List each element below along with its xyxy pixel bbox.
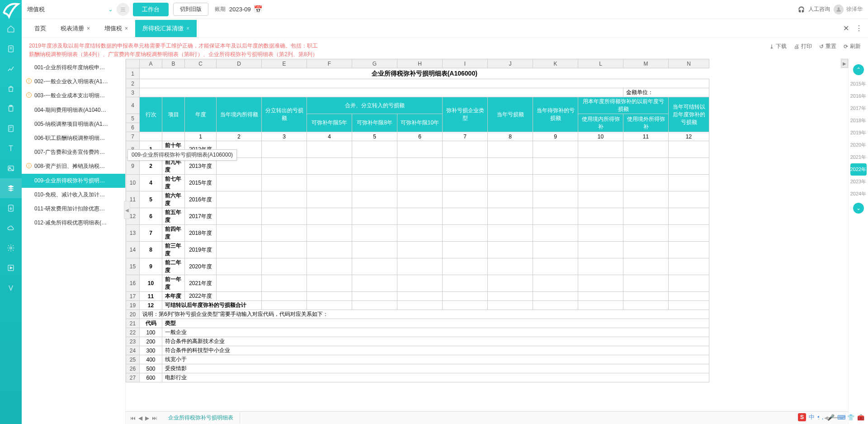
nav-cloud-icon[interactable] (0, 218, 22, 238)
year-rail: ⌃ 2015年2016年2017年2018年2019年2020年2021年202… (848, 59, 868, 424)
close-icon[interactable]: × (186, 25, 189, 32)
tab-bar: 首页税表清册×增值税×所得税汇算清缴× ✕ ⋮ (22, 19, 868, 38)
ime-logo-icon[interactable]: S (798, 413, 806, 421)
form-list: 001-企业所得税年度纳税申…!002-一般企业收入明细表(A1…!003-一般… (22, 59, 126, 424)
form-list-item[interactable]: 004-期间费用明细表(A1040… (22, 103, 125, 117)
year-button[interactable]: 2023年 (850, 176, 867, 188)
nav-clipboard-icon[interactable] (0, 99, 22, 119)
year-button[interactable]: 2016年 (850, 90, 867, 102)
svg-point-7 (10, 247, 12, 249)
year-button[interactable]: 2022年 (850, 163, 867, 176)
form-list-item[interactable]: !008-资产折旧、摊销及纳税… (22, 159, 125, 173)
nav-font-icon[interactable] (0, 138, 22, 158)
top-bar: 增值税 ⌄ 工作台 切到旧版 账期 2023-09 📅 🎧 人工咨询 徐泽华 (22, 0, 868, 19)
sheet-nav-first[interactable]: ⏮ (129, 415, 137, 421)
period-label: 账期 (215, 5, 226, 13)
sheet-nav-prev[interactable]: ◀ (137, 415, 143, 421)
ime-bar: S 中 •， 🎤 ⌨ 👕 🧰 (798, 413, 864, 421)
nav-bag-icon[interactable] (0, 79, 22, 99)
reset-icon: ↺ (819, 43, 824, 50)
form-list-item[interactable]: 009-企业所得税弥补亏损明… (22, 174, 125, 188)
print-icon: 🖨 (794, 43, 799, 50)
ime-mic-icon[interactable]: 🎤 (827, 414, 835, 421)
download-button[interactable]: ⤓下载 (769, 43, 787, 50)
nav-image-icon[interactable] (0, 158, 22, 178)
ime-skin-icon[interactable]: 👕 (847, 414, 854, 421)
list-icon[interactable] (117, 3, 129, 16)
year-up-icon[interactable]: ⌃ (853, 64, 864, 75)
tab-close-icon[interactable]: ✕ (843, 24, 849, 33)
user-menu[interactable]: 徐泽华 (834, 5, 863, 14)
period-value[interactable]: 2023-09 (229, 6, 251, 13)
svg-rect-3 (9, 125, 14, 132)
tab-增值税[interactable]: 增值税× (97, 20, 135, 37)
download-icon: ⤓ (769, 43, 774, 50)
avatar-icon (834, 5, 844, 14)
ime-punct-icon[interactable]: •， (817, 413, 825, 421)
form-list-item[interactable]: 007-广告费和业务宣传费跨… (22, 145, 125, 159)
nav-play-icon[interactable] (0, 258, 22, 278)
sheet-nav-last[interactable]: ⏭ (151, 415, 158, 421)
nav-export-icon[interactable] (0, 198, 22, 218)
collapse-handle[interactable]: ◀ (124, 201, 130, 219)
spreadsheet[interactable]: ABCDEFGHIJKLMN1企业所得税弥补亏损明细表(A106000)23金额… (126, 59, 848, 411)
tax-type-dropdown[interactable]: 增值税 ⌄ (27, 5, 113, 14)
form-list-item[interactable]: !002-一般企业收入明细表(A1… (22, 75, 125, 89)
tab-首页[interactable]: 首页 (27, 20, 53, 37)
form-list-item[interactable]: 010-免税、减计收入及加计… (22, 188, 125, 202)
warn-icon: ! (26, 163, 32, 168)
form-list-item[interactable]: !003-一般企业成本支出明细… (22, 89, 125, 103)
chevron-down-icon: ⌄ (108, 6, 113, 13)
nav-gear-icon[interactable] (0, 238, 22, 258)
app-logo (0, 0, 22, 19)
form-list-item[interactable]: 006-职工薪酬纳税调整明细… (22, 131, 125, 145)
ime-keyboard-icon[interactable]: ⌨ (837, 414, 844, 421)
tab-more-icon[interactable]: ⋮ (855, 24, 863, 33)
tax-type-label: 增值税 (27, 5, 45, 14)
ime-lang[interactable]: 中 (809, 413, 815, 421)
year-button[interactable]: 2017年 (850, 102, 867, 114)
tab-所得税汇算清缴[interactable]: 所得税汇算清缴× (135, 20, 197, 37)
username: 徐泽华 (846, 5, 863, 13)
form-list-item[interactable]: 011-研发费用加计扣除优惠… (22, 202, 125, 216)
refresh-icon: ⟳ (844, 43, 848, 50)
nav-v-icon[interactable] (0, 278, 22, 298)
expand-cols-handle[interactable]: ▶ (841, 59, 848, 68)
form-list-item[interactable]: 001-企业所得税年度纳税申… (22, 61, 125, 75)
refresh-button[interactable]: ⟳刷新 (844, 43, 861, 50)
year-button[interactable]: 2015年 (850, 78, 867, 90)
form-list-item[interactable]: 012-减免所得税优惠明细表(… (22, 216, 125, 230)
year-button[interactable]: 2020年 (850, 139, 867, 151)
workbench-button[interactable]: 工作台 (133, 3, 169, 16)
year-button[interactable]: 2024年 (850, 188, 867, 200)
nav-stack-icon[interactable] (0, 178, 22, 198)
warn-icon: ! (26, 92, 32, 98)
left-rail (0, 0, 22, 424)
warn-icon: ! (26, 78, 32, 84)
item-tooltip: 009-企业所得税弥补亏损明细表(A106000) (127, 149, 237, 161)
consult-link[interactable]: 人工咨询 (808, 5, 830, 13)
print-button[interactable]: 🖨打印 (794, 43, 812, 50)
nav-doc-icon[interactable] (0, 39, 22, 59)
switch-old-button[interactable]: 切到旧版 (173, 3, 208, 16)
nav-chart-icon[interactable] (0, 59, 22, 79)
sheet-nav-next[interactable]: ▶ (144, 415, 150, 421)
close-icon[interactable]: × (125, 25, 128, 32)
reset-button[interactable]: ↺重置 (819, 43, 836, 50)
close-icon[interactable]: × (87, 25, 90, 32)
notice-text: 2019年度涉及取以前年度结转数据的申报表单元格需要手工维护正确，才能保证本年及… (29, 42, 318, 59)
year-down-icon[interactable]: ⌄ (853, 203, 864, 214)
year-button[interactable]: 2021年 (850, 151, 867, 163)
svg-point-9 (838, 7, 840, 10)
headset-icon[interactable]: 🎧 (798, 6, 805, 13)
year-button[interactable]: 2019年 (850, 127, 867, 139)
form-list-item[interactable]: 005-纳税调整项目明细表(A1… (22, 117, 125, 131)
nav-home-icon[interactable] (0, 19, 22, 39)
sheet-tab[interactable]: 企业所得税弥补亏损明细表 (162, 412, 240, 424)
ime-tool-icon[interactable]: 🧰 (857, 414, 864, 421)
tab-税表清册[interactable]: 税表清册× (53, 20, 97, 37)
calendar-icon[interactable]: 📅 (254, 5, 263, 14)
nav-calc-icon[interactable] (0, 119, 22, 138)
year-button[interactable]: 2018年 (850, 114, 867, 127)
